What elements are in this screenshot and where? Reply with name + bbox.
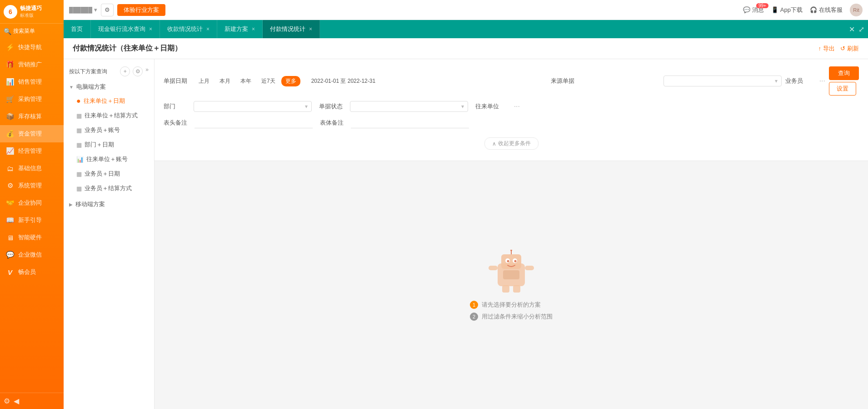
plan-item-staff-account[interactable]: ▦ 业务员＋账号 [64,123,154,137]
sidebar-item-label: 系统管理 [18,182,42,190]
avatar-text: Rit [853,7,859,13]
sidebar-item-wechat[interactable]: 💬 企业微信 [0,246,64,263]
settings-button[interactable]: 设置 [829,82,856,96]
sidebar-item-hardware[interactable]: 🖥 智能硬件 [0,229,64,246]
tab-close-all-icon[interactable]: ✕ [849,25,855,34]
company-selector[interactable]: ██████ ▾ [69,6,97,13]
tab-receipt-label: 收款情况统计 [167,25,203,33]
sidebar-item-system[interactable]: ⚙ 系统管理 [0,177,64,194]
plan-group-mobile-header[interactable]: ▶ 移动端方案 [64,197,154,211]
dept-select[interactable]: ▾ [194,101,312,112]
sidebar-item-sales[interactable]: 📊 销售管理 [0,73,64,91]
tab-bank-close-icon[interactable]: × [149,26,152,32]
svg-rect-9 [525,266,534,270]
tab-receipt[interactable]: 收款情况统计 × [160,20,217,38]
tab-new-plan-close-icon[interactable]: × [252,26,255,32]
plan-item-partner-settle[interactable]: ▦ 往来单位＋结算方式 [64,108,154,123]
tab-bank-label: 现金银行流水查询 [98,25,145,33]
tab-receipt-close-icon[interactable]: × [206,26,210,32]
export-button[interactable]: ↑ 导出 [818,45,835,53]
header-note-input[interactable] [195,117,313,128]
tab-expand-icon[interactable]: ⤢ [858,25,864,34]
sidebar-item-purchase[interactable]: 🛒 采购管理 [0,91,64,108]
sidebar-item-enterprise[interactable]: 🤝 企业协同 [0,194,64,212]
trial-button[interactable]: 体验行业方案 [117,4,165,16]
plan-item-partner-date[interactable]: ● 往来单位＋日期 [64,94,154,108]
page-header-actions: ↑ 导出 ↺ 刷新 [818,45,859,53]
plan-item-label: 往来单位＋账号 [86,155,128,163]
message-badge: 99+ [756,3,768,8]
query-button[interactable]: 查询 [829,66,859,80]
plan-group-mobile: ▶ 移动端方案 [64,197,154,211]
tab-payment-close-icon[interactable]: × [309,26,312,32]
footer-settings-icon[interactable]: ⚙ [4,397,10,405]
filter-row-2: 部门 ▾ 单据状态 ▾ 往来单位 ··· [164,101,859,112]
sidebar-item-member[interactable]: V 畅会员 [0,263,64,281]
date-7days[interactable]: 近7天 [257,76,279,86]
tab-new-plan[interactable]: 新建方案 × [217,20,263,38]
sidebar-item-label: 新手引导 [18,216,42,224]
top-header: ██████ ▾ ⚙ 体验行业方案 💬 消息 99+ 📱 App下载 🎧 在线客… [64,0,868,20]
date-last-month[interactable]: 上月 [195,76,214,86]
sidebar-item-basic[interactable]: 🗂 基础信息 [0,160,64,177]
refresh-button[interactable]: ↺ 刷新 [840,45,859,53]
partner-select-btn[interactable]: ··· [506,102,520,111]
source-select[interactable]: ▾ [663,76,782,86]
body-note-input[interactable] [351,117,469,128]
plan-item-partner-account[interactable]: 📊 往来单位＋账号 [64,152,154,167]
app-icon: 📱 [771,6,778,13]
page-content: 付款情况统计（往来单位＋日期） ↑ 导出 ↺ 刷新 按以下方案查询 + [64,38,868,409]
inventory-icon: 📦 [5,112,15,121]
guide-icon: 📖 [5,216,15,224]
header-right: 💬 消息 99+ 📱 App下载 🎧 在线客服 Rit [743,4,863,16]
sidebar-item-label: 库存核算 [18,112,42,121]
plan-item-icon: ▦ [76,127,82,134]
plan-item-dept-date[interactable]: ▦ 部门＋日期 [64,137,154,152]
plan-item-staff-settle[interactable]: ▦ 业务员＋结算方式 [64,181,154,196]
date-this-month[interactable]: 本月 [215,76,234,86]
sidebar-item-inventory[interactable]: 📦 库存核算 [0,108,64,125]
app-download-button[interactable]: 📱 App下载 [771,6,803,14]
plan-add-button[interactable]: + [120,66,130,76]
sidebar-logo: 6 畅捷通巧 标准版 [0,0,64,24]
logo-name: 畅捷通巧 [20,5,42,12]
plan-panel: 按以下方案查询 + ⚙ » ▼ 电脑端方案 ● 往来单位＋日期 [64,59,155,409]
message-button[interactable]: 💬 消息 99+ [743,6,764,14]
staff-select-btn[interactable]: ··· [812,77,825,85]
tab-payment[interactable]: 付款情况统计 × [263,20,320,38]
tab-bank[interactable]: 现金银行流水查询 × [91,20,160,38]
search-menu[interactable]: 🔍 搜索菜单 [0,24,64,39]
source-dropdown-icon: ▾ [775,78,778,84]
date-more-btn[interactable]: 更多 [281,76,300,86]
doc-status-select[interactable]: ▾ [350,101,468,112]
plan-collapse-button[interactable]: » [145,66,149,76]
plan-group-desktop-label: 电脑端方案 [76,83,106,91]
sidebar-item-marketing[interactable]: 🎁 营销推广 [0,56,64,73]
sidebar-item-operation[interactable]: 📈 经营管理 [0,142,64,160]
sidebar-item-guide[interactable]: 📖 新手引导 [0,212,64,229]
partner-label: 往来单位 [475,102,499,111]
footer-collapse-icon[interactable]: ◀ [14,397,19,405]
tab-home[interactable]: 首页 [64,20,91,38]
sidebar-item-label: 企业微信 [18,251,42,259]
sidebar-item-label: 经营管理 [18,147,42,155]
search-label: 搜索菜单 [13,27,35,35]
service-button[interactable]: 🎧 在线客服 [810,6,843,14]
collapse-more-button[interactable]: ∧ 收起更多条件 [484,137,539,150]
service-label: 在线客服 [819,6,843,14]
plan-group-desktop-header[interactable]: ▼ 电脑端方案 [64,80,154,94]
plan-item-icon: ● [76,97,81,105]
company-dropdown-icon[interactable]: ▾ [94,6,97,13]
sidebar-item-label: 快捷导航 [18,43,42,51]
page-header: 付款情况统计（往来单位＋日期） ↑ 导出 ↺ 刷新 [64,38,868,59]
sidebar-item-finance[interactable]: 💰 资金管理 [0,125,64,142]
tab-bar: 首页 现金银行流水查询 × 收款情况统计 × 新建方案 × 付款情况统计 × ✕… [64,20,868,38]
plan-settings-button[interactable]: ⚙ [133,66,143,76]
header-settings-button[interactable]: ⚙ [101,4,114,16]
filter-area: 单据日期 上月 本月 本年 近7天 更多 2022-01-01 至 2022-1… [155,59,868,409]
plan-item-staff-date[interactable]: ▦ 业务员＋日期 [64,167,154,181]
avatar[interactable]: Rit [850,4,863,16]
svg-rect-10 [502,285,509,293]
sidebar-item-quicknav[interactable]: ⚡ 快捷导航 [0,39,64,56]
date-this-year[interactable]: 本年 [236,76,255,86]
